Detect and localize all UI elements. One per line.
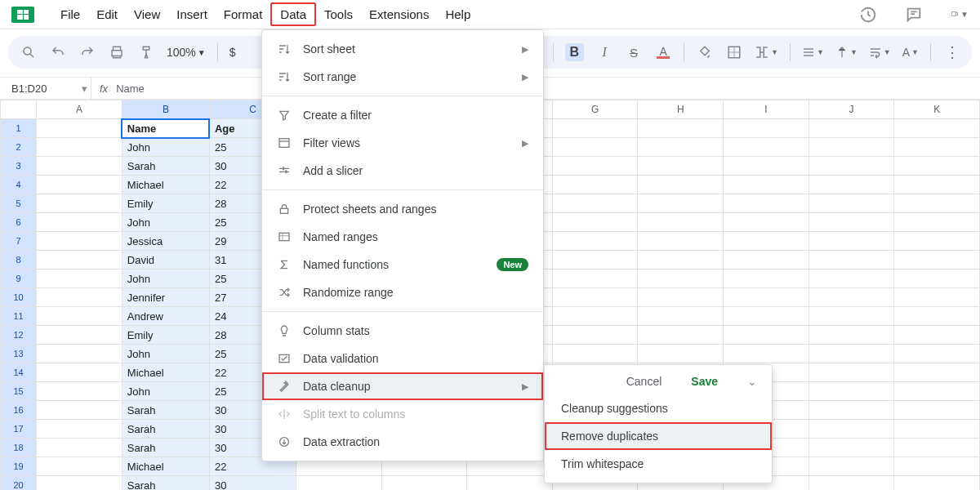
menu-item-add-a-slicer[interactable]: Add a slicer <box>262 157 543 185</box>
cell[interactable] <box>37 382 122 401</box>
cell[interactable] <box>894 401 980 420</box>
row-header[interactable]: 12 <box>1 326 37 345</box>
row-header[interactable]: 8 <box>1 251 37 270</box>
row-header[interactable]: 4 <box>1 176 37 194</box>
cell[interactable]: Name <box>122 119 209 138</box>
row-header[interactable]: 9 <box>1 270 37 288</box>
cell[interactable] <box>552 251 638 270</box>
cell[interactable] <box>638 326 724 345</box>
cell[interactable] <box>381 476 467 491</box>
row-header[interactable]: 2 <box>1 138 37 157</box>
cell[interactable] <box>808 176 894 194</box>
cell[interactable] <box>724 176 809 194</box>
row-header[interactable]: 10 <box>1 288 37 307</box>
cell[interactable] <box>37 307 122 326</box>
col-header-B[interactable]: B <box>122 100 209 119</box>
row-header[interactable]: 20 <box>1 476 37 491</box>
cancel-button[interactable]: Cancel <box>626 375 662 388</box>
cell[interactable] <box>638 251 724 270</box>
cell[interactable] <box>37 157 122 176</box>
cell[interactable] <box>808 157 894 176</box>
cell[interactable] <box>808 345 894 363</box>
menu-item-data-validation[interactable]: Data validation <box>262 345 543 372</box>
borders-button[interactable] <box>725 43 743 61</box>
save-button[interactable]: Save <box>691 375 718 388</box>
menu-data[interactable]: Data <box>270 2 316 26</box>
v-align-button[interactable]: ▼ <box>835 43 858 61</box>
row-header[interactable]: 18 <box>1 439 37 457</box>
cell[interactable] <box>894 194 980 213</box>
cell[interactable] <box>894 138 980 157</box>
formula-input[interactable]: Name <box>116 82 145 95</box>
cell[interactable] <box>724 194 809 213</box>
cell[interactable] <box>37 270 122 288</box>
row-header[interactable]: 3 <box>1 157 37 176</box>
cell[interactable] <box>37 176 122 194</box>
cell[interactable] <box>552 176 638 194</box>
row-header[interactable]: 6 <box>1 213 37 232</box>
cell[interactable] <box>808 420 894 439</box>
menu-format[interactable]: Format <box>216 4 271 24</box>
cell[interactable] <box>808 476 894 491</box>
cell[interactable] <box>808 439 894 457</box>
cell[interactable] <box>894 439 980 457</box>
cell[interactable] <box>638 232 724 251</box>
cell[interactable] <box>724 138 809 157</box>
menu-edit[interactable]: Edit <box>88 4 126 24</box>
menu-item-data-cleanup[interactable]: Data cleanup▶ <box>262 372 543 400</box>
cell[interactable] <box>552 288 638 307</box>
cell[interactable]: John <box>122 138 209 157</box>
cell[interactable] <box>724 288 809 307</box>
name-box[interactable]: B1:D20 ▾ <box>0 78 91 99</box>
menu-item-randomize-range[interactable]: Randomize range <box>262 278 543 306</box>
paint-format-icon[interactable] <box>137 43 155 61</box>
cell[interactable] <box>808 363 894 382</box>
cell[interactable] <box>894 232 980 251</box>
menu-tools[interactable]: Tools <box>316 4 361 24</box>
cell[interactable] <box>37 213 122 232</box>
cell[interactable] <box>37 345 122 363</box>
cell[interactable] <box>724 251 809 270</box>
cell[interactable] <box>638 119 724 138</box>
col-header-H[interactable]: H <box>638 100 724 119</box>
cell[interactable] <box>894 363 980 382</box>
submenu-item-remove-duplicates[interactable]: Remove duplicates <box>545 422 772 450</box>
history-icon[interactable] <box>859 6 877 24</box>
cell[interactable] <box>724 232 809 251</box>
cell[interactable] <box>808 138 894 157</box>
menu-extensions[interactable]: Extensions <box>361 4 437 24</box>
cell[interactable] <box>894 382 980 401</box>
menu-item-named-functions[interactable]: Named functionsNew <box>262 251 543 278</box>
menu-insert[interactable]: Insert <box>168 4 216 24</box>
cell[interactable] <box>808 382 894 401</box>
cell[interactable] <box>808 119 894 138</box>
cell[interactable] <box>724 270 809 288</box>
cell[interactable] <box>37 326 122 345</box>
cell[interactable] <box>808 401 894 420</box>
cell[interactable] <box>808 194 894 213</box>
menu-item-protect-sheets-and-ranges[interactable]: Protect sheets and ranges <box>262 195 543 223</box>
cell[interactable] <box>552 232 638 251</box>
row-header[interactable]: 17 <box>1 420 37 439</box>
row-header[interactable]: 11 <box>1 307 37 326</box>
cell[interactable]: 30 <box>209 476 296 491</box>
text-color-button[interactable]: A <box>654 43 672 61</box>
cell[interactable] <box>724 307 809 326</box>
strikethrough-button[interactable]: S <box>625 43 643 61</box>
col-header-A[interactable]: A <box>37 100 122 119</box>
cell[interactable]: Sarah <box>122 420 209 439</box>
cell[interactable] <box>638 176 724 194</box>
cell[interactable] <box>37 288 122 307</box>
cell[interactable] <box>296 476 381 491</box>
italic-button[interactable]: I <box>595 43 613 61</box>
cell[interactable] <box>638 270 724 288</box>
cell[interactable]: John <box>122 270 209 288</box>
h-align-button[interactable]: ▼ <box>802 43 824 61</box>
cell[interactable] <box>724 119 809 138</box>
menu-item-filter-views[interactable]: Filter views▶ <box>262 129 543 157</box>
cell[interactable] <box>552 345 638 363</box>
cell[interactable] <box>37 194 122 213</box>
cell[interactable] <box>552 326 638 345</box>
cell[interactable] <box>37 119 122 138</box>
cell[interactable] <box>894 288 980 307</box>
